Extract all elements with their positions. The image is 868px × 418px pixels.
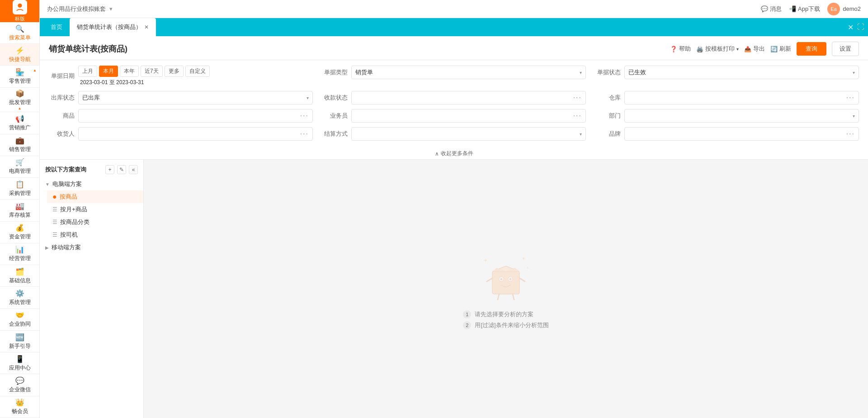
svg-text:✦: ✦ xyxy=(483,257,488,264)
doctype-select[interactable]: 销货单 ▾ xyxy=(351,66,586,79)
operations-icon: 📊 xyxy=(15,245,24,254)
help-btn[interactable]: ❓ 帮助 xyxy=(670,45,691,53)
brand-select[interactable]: ··· xyxy=(624,127,859,141)
date-btn-7days[interactable]: 近7天 xyxy=(141,66,163,77)
app-download-icon: 📲 xyxy=(789,5,796,12)
tree-item-by-driver[interactable]: ☰ 按司机 xyxy=(47,228,143,241)
date-btn-more[interactable]: 更多 xyxy=(165,66,184,77)
add-scheme-btn[interactable]: + xyxy=(105,165,114,174)
tab-sales-stat[interactable]: 销货单统计表（按商品） ✕ xyxy=(70,18,156,36)
basic-icon: 🗂️ xyxy=(15,267,24,276)
by-month-goods-label: 按月+商品 xyxy=(60,205,87,214)
sidebar-item-ecommerce[interactable]: 🛒 电商管理 xyxy=(0,156,39,178)
warehouse-select[interactable]: ··· xyxy=(624,91,859,104)
salesperson-label: 业务员 xyxy=(322,112,351,120)
docstatus-select[interactable]: 已生效 ▾ xyxy=(624,66,859,79)
filter-row-3: 商品 ··· 业务员 ··· xyxy=(49,109,859,123)
sidebar-retail-label: 零售管理 xyxy=(9,77,31,85)
svg-point-4 xyxy=(500,278,503,280)
sidebar-basic-label: 基础信息 xyxy=(9,277,31,285)
template-print-btn[interactable]: 🖨️ 按模板打印 ▾ xyxy=(696,45,739,53)
sidebar-procurement-label: 采购管理 xyxy=(9,190,31,197)
workspace-dropdown-icon[interactable]: ▾ xyxy=(109,5,113,12)
collapse-btn[interactable]: ∧ 收起更多条件 xyxy=(40,146,868,160)
sidebar-item-procurement[interactable]: 📋 采购管理 xyxy=(0,178,39,200)
payment-method-select[interactable]: ▾ xyxy=(351,127,586,141)
sidebar-item-finance[interactable]: 💰 资金管理 xyxy=(0,222,39,243)
collapse-panel-btn[interactable]: « xyxy=(129,165,138,174)
sidebar-item-member[interactable]: 👑 畅会员 xyxy=(0,396,39,418)
paymentstatus-select[interactable]: ··· xyxy=(351,91,586,104)
help-icon: ❓ xyxy=(670,46,677,52)
by-goods-icon: ● xyxy=(52,193,57,201)
topbar: 办公用品行业模拟账套 ▾ 💬 消息 📲 App下载 Ea demo2 xyxy=(40,0,868,18)
sidebar-item-system[interactable]: ⚙️ 系统管理 xyxy=(0,287,39,309)
salesperson-select[interactable]: ··· xyxy=(351,109,586,123)
tab-close-all-icon[interactable]: ✕ xyxy=(848,23,854,32)
query-button[interactable]: 查询 xyxy=(797,42,826,56)
tree-mobile-group[interactable]: ▶ 移动端方案 xyxy=(40,241,143,254)
sidebar-enterprise-label: 企业协同 xyxy=(9,320,31,328)
filter-cell-paymentstatus: 收款状态 ··· xyxy=(322,91,586,104)
sidebar-item-wechat[interactable]: 💬 企业微信 xyxy=(0,374,39,396)
sidebar-item-basic[interactable]: 🗂️ 基础信息 xyxy=(0,265,39,287)
outstatus-label: 出库状态 xyxy=(49,94,78,102)
app-download-btn[interactable]: 📲 App下载 xyxy=(789,5,820,13)
date-btn-this-month[interactable]: 本月 xyxy=(99,66,118,77)
search-icon: 🔍 xyxy=(15,24,24,33)
tab-home[interactable]: 首页 xyxy=(43,18,70,36)
sidebar-item-appcenter[interactable]: 📱 应用中心 xyxy=(0,352,39,374)
enterprise-icon: 🤝 xyxy=(15,311,24,319)
goods-select[interactable]: ··· xyxy=(78,109,313,123)
left-panel-title: 按以下方案查询 xyxy=(45,166,86,174)
refresh-btn[interactable]: 🔄 刷新 xyxy=(770,45,791,53)
refresh-label: 刷新 xyxy=(779,45,791,53)
sidebar-item-guide[interactable]: 🆕 新手引导 xyxy=(0,331,39,352)
message-label: 消息 xyxy=(770,5,782,13)
sidebar-item-wholesale[interactable]: 📦 批发管理 ▲ xyxy=(0,88,39,113)
settings-button[interactable]: 设置 xyxy=(832,42,859,56)
tree-item-by-month-goods[interactable]: ☰ 按月+商品 xyxy=(47,203,143,216)
outstatus-select[interactable]: 已出库 ▾ xyxy=(78,91,313,104)
collapse-panel-icon: « xyxy=(132,166,135,173)
sidebar-item-search[interactable]: 🔍 搜索菜单 xyxy=(0,22,39,44)
receiver-dots: ··· xyxy=(300,130,309,138)
sidebar-item-operations[interactable]: 📊 经营管理 xyxy=(0,243,39,265)
user-profile[interactable]: Ea demo2 xyxy=(827,3,861,15)
docstatus-value: 已生效 xyxy=(628,68,646,76)
outstatus-arrow-icon: ▾ xyxy=(307,95,309,100)
sidebar-quicknav-label: 快捷导航 xyxy=(9,56,31,63)
sidebar-item-quicknav[interactable]: ⚡ 快捷导航 xyxy=(0,44,39,66)
department-select[interactable]: ▾ xyxy=(624,109,859,123)
edit-scheme-btn[interactable]: ✎ xyxy=(117,165,126,174)
export-btn[interactable]: 📤 导出 xyxy=(744,45,765,53)
tree-desktop-label: 电脑端方案 xyxy=(52,180,82,188)
tab-close-icon[interactable]: ✕ xyxy=(144,24,149,30)
message-btn[interactable]: 💬 消息 xyxy=(761,5,782,13)
sidebar-item-marketing[interactable]: 📢 营销推广 xyxy=(0,112,39,134)
inventory-icon: 🏭 xyxy=(15,202,24,210)
sidebar-item-enterprise[interactable]: 🤝 企业协同 xyxy=(0,309,39,331)
receiver-select[interactable]: ··· xyxy=(78,127,313,141)
workspace-label[interactable]: 办公用品行业模拟账套 xyxy=(47,5,106,13)
date-btn-custom[interactable]: 自定义 xyxy=(185,66,210,77)
sidebar-item-inventory[interactable]: 🏭 库存核算 xyxy=(0,200,39,221)
sidebar-wechat-label: 企业微信 xyxy=(9,386,31,394)
tab-maximize-icon[interactable]: ⛶ xyxy=(857,23,864,31)
filter-cell-salesperson: 业务员 ··· xyxy=(322,109,586,123)
member-icon: 👑 xyxy=(15,398,24,407)
by-goods-category-icon: ☰ xyxy=(52,219,57,225)
guide-icon: 🆕 xyxy=(15,333,24,342)
refresh-icon: 🔄 xyxy=(770,46,778,52)
app-logo[interactable]: 标版 xyxy=(0,0,39,22)
tree-item-by-goods[interactable]: ● 按商品 xyxy=(47,190,143,203)
sidebar-item-retail[interactable]: 🏪 零售管理 xyxy=(0,66,39,87)
date-btn-this-year[interactable]: 本年 xyxy=(120,66,139,77)
hint-num-2: 2 xyxy=(463,321,471,329)
date-btn-last-month[interactable]: 上月 xyxy=(78,66,97,77)
wholesale-icon: 📦 xyxy=(15,89,24,98)
tree-item-by-goods-category[interactable]: ☰ 按商品分类 xyxy=(47,216,143,228)
tree-desktop-group[interactable]: ▼ 电脑端方案 xyxy=(40,178,143,190)
help-label: 帮助 xyxy=(679,45,691,53)
sidebar-item-sales[interactable]: 💼 销售管理 xyxy=(0,134,39,156)
